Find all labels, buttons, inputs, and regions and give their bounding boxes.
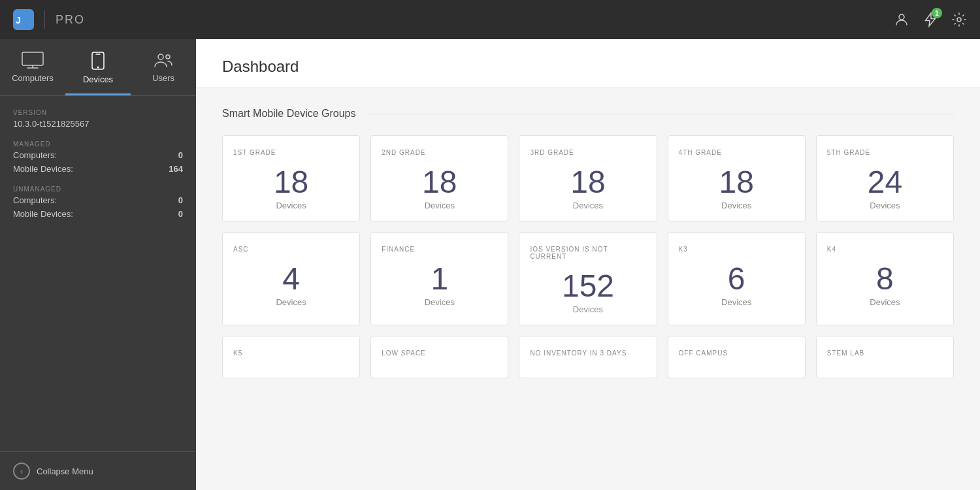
- managed-devices-key: Mobile Devices:: [13, 164, 73, 174]
- card-count: 152: [530, 270, 645, 302]
- sidebar-item-computers[interactable]: Computers: [0, 39, 65, 95]
- card-unit: Devices: [382, 297, 497, 307]
- card-label: K5: [233, 350, 349, 357]
- managed-computers-val: 0: [178, 150, 183, 160]
- collapse-menu-button[interactable]: ‹ Collapse Menu: [13, 463, 93, 480]
- card-label: K4: [827, 246, 943, 253]
- page-title: Dashboard: [222, 57, 954, 76]
- device-card[interactable]: OFF CAMPUS: [668, 336, 806, 378]
- unmanaged-label: UNMANAGED: [13, 186, 183, 193]
- device-card[interactable]: K3 6 Devices: [668, 232, 806, 325]
- card-unit: Devices: [530, 201, 645, 210]
- settings-button[interactable]: [951, 12, 967, 27]
- sidebar-navigation: Computers Devices Users: [0, 39, 196, 96]
- top-nav-actions: 1: [894, 12, 967, 27]
- unmanaged-computers-key: Computers:: [13, 195, 57, 205]
- card-unit: Devices: [530, 304, 645, 314]
- managed-devices-row: Mobile Devices: 164: [13, 164, 183, 174]
- jamf-icon: J: [13, 9, 34, 30]
- card-count: 6: [679, 263, 794, 295]
- card-label: IOS VERSION IS NOT CURRENT: [530, 246, 645, 260]
- card-grid-row1: 1ST GRADE 18 Devices 2ND GRADE 18 Device…: [222, 135, 954, 221]
- computers-icon: [21, 51, 44, 69]
- jamf-logo: J PRO: [13, 9, 85, 30]
- card-label: 4TH GRADE: [679, 149, 794, 156]
- card-unit: Devices: [679, 201, 794, 210]
- svg-rect-4: [22, 52, 43, 65]
- sidebar-item-devices[interactable]: Devices: [65, 39, 131, 95]
- unmanaged-devices-key: Mobile Devices:: [13, 209, 73, 219]
- device-card[interactable]: NO INVENTORY IN 3 DAYS: [519, 336, 657, 378]
- card-label: 2ND GRADE: [382, 149, 497, 156]
- user-profile-button[interactable]: [894, 12, 909, 27]
- section-divider: [367, 114, 954, 114]
- users-icon: [154, 51, 173, 69]
- card-unit: Devices: [827, 201, 943, 210]
- card-count: 18: [233, 167, 349, 198]
- managed-computers-row: Computers: 0: [13, 150, 183, 160]
- svg-point-2: [899, 14, 904, 20]
- card-unit: Devices: [679, 297, 794, 307]
- card-label: LOW SPACE: [382, 350, 497, 357]
- card-unit: Devices: [827, 297, 943, 307]
- sidebar: Computers Devices Users: [0, 39, 196, 490]
- card-unit: Devices: [233, 201, 349, 210]
- card-count: 1: [382, 263, 497, 295]
- card-count: 8: [827, 263, 943, 295]
- unmanaged-section: UNMANAGED Computers: 0 Mobile Devices: 0: [13, 186, 183, 219]
- section-title: Smart Mobile Device Groups: [222, 108, 356, 120]
- devices-label: Devices: [83, 74, 113, 84]
- svg-point-8: [158, 54, 163, 59]
- device-card[interactable]: 1ST GRADE 18 Devices: [222, 135, 360, 221]
- card-unit: Devices: [382, 201, 497, 210]
- card-label: 1ST GRADE: [233, 149, 349, 156]
- collapse-icon: ‹: [13, 463, 30, 480]
- main-layout: Computers Devices Users: [0, 39, 980, 490]
- version-section: VERSION 10.3.0-t1521825567: [13, 109, 183, 129]
- logo-divider: [44, 10, 45, 29]
- card-label: 3RD GRADE: [530, 149, 645, 156]
- managed-label: MANAGED: [13, 140, 183, 148]
- card-count: 18: [679, 167, 794, 198]
- card-count: 18: [382, 167, 497, 198]
- svg-point-3: [957, 18, 961, 22]
- device-card[interactable]: 5TH GRADE 24 Devices: [816, 135, 954, 221]
- managed-computers-key: Computers:: [13, 150, 57, 160]
- device-card[interactable]: STEM LAB: [816, 336, 954, 378]
- pro-label: PRO: [56, 13, 85, 27]
- card-count: 24: [827, 167, 943, 198]
- card-unit: Devices: [233, 297, 349, 307]
- users-label: Users: [152, 73, 174, 83]
- device-card[interactable]: K4 8 Devices: [816, 232, 954, 325]
- sidebar-item-users[interactable]: Users: [131, 39, 196, 95]
- notifications-button[interactable]: 1: [923, 12, 938, 27]
- unmanaged-computers-val: 0: [178, 195, 183, 205]
- card-label: NO INVENTORY IN 3 DAYS: [530, 350, 645, 357]
- card-label: ASC: [233, 246, 349, 253]
- card-count: 18: [530, 167, 645, 198]
- sidebar-info: VERSION 10.3.0-t1521825567 MANAGED Compu…: [0, 96, 196, 451]
- card-count: 4: [233, 263, 349, 295]
- content-area: Dashboard Smart Mobile Device Groups 1ST…: [196, 39, 980, 490]
- notification-badge: 1: [932, 8, 942, 18]
- unmanaged-computers-row: Computers: 0: [13, 195, 183, 205]
- unmanaged-devices-val: 0: [178, 209, 183, 219]
- logo-area: J PRO: [13, 9, 85, 30]
- device-card[interactable]: LOW SPACE: [370, 336, 508, 378]
- sidebar-footer: ‹ Collapse Menu: [0, 451, 196, 490]
- content-body: Smart Mobile Device Groups 1ST GRADE 18 …: [196, 88, 980, 408]
- unmanaged-devices-row: Mobile Devices: 0: [13, 209, 183, 219]
- device-card[interactable]: 3RD GRADE 18 Devices: [519, 135, 657, 221]
- collapse-label: Collapse Menu: [37, 466, 93, 476]
- gear-icon: [951, 12, 967, 27]
- svg-point-9: [166, 55, 170, 59]
- user-icon: [894, 12, 909, 27]
- devices-icon: [91, 51, 105, 71]
- device-card[interactable]: 2ND GRADE 18 Devices: [370, 135, 508, 221]
- device-card[interactable]: K5: [222, 336, 360, 378]
- device-card[interactable]: 4TH GRADE 18 Devices: [668, 135, 806, 221]
- device-card[interactable]: ASC 4 Devices: [222, 232, 360, 325]
- device-card[interactable]: IOS VERSION IS NOT CURRENT 152 Devices: [519, 232, 657, 325]
- managed-devices-val: 164: [169, 164, 183, 174]
- device-card[interactable]: FINANCE 1 Devices: [370, 232, 508, 325]
